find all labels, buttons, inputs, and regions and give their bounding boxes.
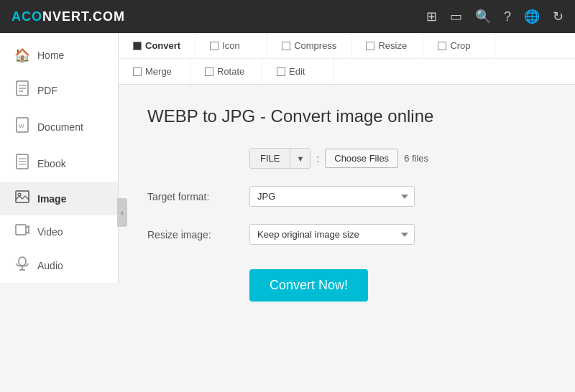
subnav-compress[interactable]: Compress (267, 33, 351, 58)
grid-icon[interactable]: ⊞ (426, 9, 437, 24)
sidebar-collapse-arrow[interactable]: ‹ (117, 198, 127, 227)
subnav-row1: Convert Icon Compress Resize Crop (119, 33, 575, 58)
logo-ac: AC (12, 9, 32, 24)
convert-btn-row: Convert Now! (147, 262, 546, 302)
resize-image-label: Resize image: (147, 229, 241, 241)
sidebar-item-home[interactable]: 🏠 Home (0, 39, 118, 72)
target-format-row: Target format: JPG PNG WEBP BMP GIF (147, 186, 546, 207)
sidebar-item-audio-label: Audio (37, 260, 63, 271)
svg-rect-13 (19, 257, 26, 266)
sidebar-item-pdf[interactable]: PDF (0, 72, 118, 108)
subnav-crop[interactable]: Crop (423, 33, 495, 58)
audio-icon (14, 256, 30, 274)
sidebar-item-image-label: Image (37, 193, 66, 205)
image-icon (14, 190, 30, 207)
main-content: WEBP to JPG - Convert image online FILE … (119, 85, 575, 323)
resize-image-row: Resize image: Keep original image size C… (147, 224, 546, 245)
svg-rect-10 (16, 191, 29, 202)
file-input-group: FILE ▼ : Choose Files 6 files (249, 148, 428, 169)
subnav-resize-label: Resize (378, 40, 407, 51)
subnav-rotate-label: Rotate (217, 66, 244, 77)
sidebar-item-document[interactable]: W Document (0, 108, 118, 145)
tablet-icon[interactable]: ▭ (450, 9, 462, 24)
icon-checkbox (210, 42, 218, 50)
compress-checkbox (282, 42, 290, 50)
subnav-crop-label: Crop (450, 40, 470, 51)
logo: ACONVERT.COM (12, 9, 125, 24)
language-icon[interactable]: 🌐 (524, 9, 540, 24)
sidebar-item-image[interactable]: Image (0, 182, 118, 215)
sidebar-item-video[interactable]: Video (0, 215, 118, 248)
content-area: Convert Icon Compress Resize Crop (119, 33, 575, 392)
subnav-row2: Merge Rotate Edit (119, 58, 575, 84)
crop-checkbox (438, 42, 446, 50)
sidebar-item-video-label: Video (37, 226, 63, 238)
home-icon: 🏠 (14, 47, 30, 63)
sidebar-wrapper: 🏠 Home PDF W (0, 33, 119, 392)
file-row: FILE ▼ : Choose Files 6 files (147, 148, 546, 169)
page-title: WEBP to JPG - Convert image online (147, 106, 546, 126)
layout: 🏠 Home PDF W (0, 33, 575, 392)
edit-checkbox (277, 67, 285, 76)
file-btn-group: FILE ▼ (249, 148, 310, 169)
rotate-checkbox (205, 67, 213, 76)
resize-image-select[interactable]: Keep original image size Custom size 640… (249, 224, 415, 245)
svg-rect-12 (16, 225, 26, 235)
help-icon[interactable]: ? (504, 9, 511, 24)
file-button[interactable]: FILE (250, 149, 290, 168)
resize-checkbox (366, 42, 374, 50)
ebook-icon (14, 154, 30, 173)
sidebar-item-ebook[interactable]: Ebook (0, 145, 118, 182)
subnav-edit-label: Edit (289, 66, 305, 77)
file-colon: : (316, 153, 319, 164)
merge-checkbox (133, 67, 142, 76)
topbar: ACONVERT.COM ⊞ ▭ 🔍 ? 🌐 ↻ (0, 0, 575, 33)
svg-text:W: W (19, 123, 24, 129)
subnav-rotate[interactable]: Rotate (190, 59, 262, 84)
search-icon[interactable]: 🔍 (475, 9, 491, 24)
subnav-convert-label: Convert (145, 40, 180, 51)
sidebar-item-document-label: Document (37, 121, 83, 133)
subnav-icon-label: Icon (222, 40, 240, 51)
subnav-convert[interactable]: Convert (119, 33, 196, 58)
choose-files-button[interactable]: Choose Files (325, 149, 398, 168)
target-format-label: Target format: (147, 191, 241, 202)
sidebar-item-pdf-label: PDF (37, 85, 58, 96)
refresh-icon[interactable]: ↻ (553, 9, 564, 24)
document-icon: W (14, 117, 30, 136)
sidebar-item-audio[interactable]: Audio (0, 248, 118, 283)
subnav: Convert Icon Compress Resize Crop (119, 33, 575, 85)
pdf-icon (14, 80, 30, 100)
subnav-merge[interactable]: Merge (119, 59, 190, 84)
subnav-compress-label: Compress (294, 40, 336, 51)
topbar-icons: ⊞ ▭ 🔍 ? 🌐 ↻ (426, 9, 564, 24)
video-icon (14, 224, 30, 239)
logo-o: O (32, 9, 42, 24)
subnav-edit[interactable]: Edit (262, 59, 334, 84)
sidebar-item-ebook-label: Ebook (37, 158, 66, 169)
sidebar: 🏠 Home PDF W (0, 33, 119, 283)
files-count: 6 files (404, 153, 428, 164)
subnav-resize[interactable]: Resize (351, 33, 423, 58)
convert-checkbox (133, 42, 142, 50)
file-dropdown-arrow[interactable]: ▼ (290, 149, 310, 168)
target-format-select[interactable]: JPG PNG WEBP BMP GIF (249, 186, 415, 207)
subnav-merge-label: Merge (145, 66, 172, 77)
convert-now-button[interactable]: Convert Now! (249, 269, 368, 302)
sidebar-item-home-label: Home (37, 50, 64, 61)
subnav-icon[interactable]: Icon (196, 33, 267, 58)
